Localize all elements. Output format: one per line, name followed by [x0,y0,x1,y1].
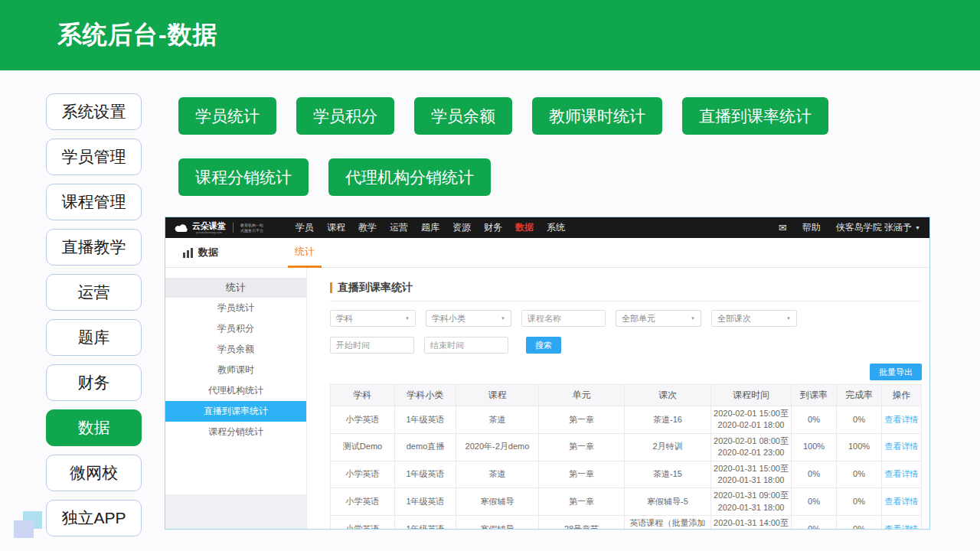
table-row: 小学英语 1年级英语 寒假辅导 第一章 寒假辅导-5 2020-01-31 09… [331,488,922,516]
cell-subject: 小学英语 [331,406,395,434]
cloud-logo-icon [175,223,188,233]
quick-button[interactable]: 学员统计 [178,97,276,135]
cell-course-time: 2020-02-01 15:00至2020-02-01 18:00 [711,406,792,434]
cell-unit: 第一章 [539,461,625,488]
tagline-line-2: 式服务云平台 [240,228,263,233]
cell-course: 寒假辅导 [456,488,539,516]
export-row: 批量导出 [330,364,922,380]
table-header-cell: 到课率 [792,385,837,406]
quick-button[interactable]: 代理机构分销统计 [328,158,491,196]
admin-nav-item[interactable]: 课程 [327,221,345,234]
lesson-select[interactable]: 全部课次 ▼ [711,310,797,327]
quick-buttons-row-1: 学员统计 学员积分 学员余额 教师课时统计 直播到课率统计 [178,97,828,135]
table-body: 小学英语 1年级英语 茶道 第一章 茶道-16 2020-02-01 15:00… [331,406,922,530]
batch-export-button[interactable]: 批量导出 [870,364,922,380]
admin-topbar-right: ✉ 帮助 侠客岛学院 张涵予 ▼ [779,221,920,234]
quick-button[interactable]: 直播到课率统计 [682,97,828,135]
cell-completion-rate: 0% [837,488,882,516]
cell-course: 寒假辅导 [456,516,539,530]
content-title-text: 直播到课率统计 [338,281,413,295]
sidebar-item[interactable]: 数据 [46,409,142,446]
admin-nav-item[interactable]: 数据 [515,221,534,234]
unit-select-value: 全部单元 [622,313,655,324]
view-details-link[interactable]: 查看详情 [882,433,922,461]
table-header-cell: 操作 [882,385,922,406]
cell-unit: 第一章 [539,433,625,461]
course-name-input[interactable] [521,310,606,327]
cell-lesson: 2月特训 [625,433,711,461]
admin-nav-item[interactable]: 题库 [421,221,439,234]
sidebar-item[interactable]: 独立APP [46,500,142,536]
sidenav-item[interactable]: 学员余额 [165,339,306,360]
sidebar-item[interactable]: 微网校 [46,455,142,491]
breadcrumb-label: 数据 [198,246,218,259]
logo-tagline: 教育机构一站式服务云平台 [240,223,263,233]
decoration-square-purple [14,520,34,538]
table-row: 小学英语 1年级英语 茶道 第一章 茶道-16 2020-02-01 15:00… [331,406,922,434]
view-details-link[interactable]: 查看详情 [882,406,922,434]
start-time-input[interactable] [330,337,414,354]
table-header-cell: 完成率 [837,385,882,406]
page-title: 系统后台-数据 [57,18,218,52]
admin-nav-item[interactable]: 财务 [484,221,502,234]
sidebar-item[interactable]: 课程管理 [46,184,142,220]
chevron-down-icon: ▼ [501,316,505,321]
cell-attendance-rate: 100% [792,433,837,461]
quick-button[interactable]: 课程分销统计 [178,158,309,196]
cell-course-time: 2020-01-31 09:00至2020-01-31 18:00 [711,488,792,516]
table-header-cell: 课程 [456,385,539,406]
sidenav-item[interactable]: 直播到课率统计 [165,401,306,422]
admin-nav-item[interactable]: 学员 [296,221,314,234]
table-header-cell: 单元 [539,385,625,406]
mail-icon[interactable]: ✉ [779,222,787,233]
chevron-down-icon: ▼ [691,316,695,321]
table-header-cell: 课次 [625,385,711,406]
cell-category: 1年级英语 [395,488,456,516]
sidenav-items: 学员统计 学员积分 学员余额 教师课时 代理机构统计 直播到课率统计 课程分销统… [165,298,306,442]
quick-button[interactable]: 学员余额 [414,97,512,135]
admin-nav-item[interactable]: 系统 [547,221,565,234]
sidebar-item[interactable]: 财务 [46,364,142,401]
subject-select[interactable]: 学科 ▼ [330,310,416,327]
admin-sidenav: 统计 学员统计 学员积分 学员余额 教师课时 代理机构统计 直播到课率统计 课程… [165,268,307,529]
search-button[interactable]: 搜索 [526,337,561,354]
sidebar: 系统设置 学员管理 课程管理 直播教学 运营 题库 财务 数据 微网校 独立AP… [46,93,142,536]
table-header-cell: 学科 [331,385,395,406]
admin-subbar: 数据 统计 [165,238,929,268]
help-link[interactable]: 帮助 [802,221,821,234]
cell-course: 茶道 [456,461,539,488]
admin-nav-item[interactable]: 资源 [452,221,471,234]
sidebar-item[interactable]: 运营 [46,274,142,311]
cell-unit: 28号章节 [539,516,625,530]
sidenav-item[interactable]: 教师课时 [165,360,306,380]
quick-button[interactable]: 学员积分 [296,97,394,135]
view-details-link[interactable]: 查看详情 [882,488,922,516]
cell-subject: 测试Demo [331,433,395,461]
tab-statistics[interactable]: 统计 [288,238,322,268]
admin-nav-item[interactable]: 教学 [358,221,377,234]
unit-select[interactable]: 全部单元 ▼ [616,310,701,327]
admin-nav-item[interactable]: 运营 [390,221,408,234]
quick-button[interactable]: 教师课时统计 [532,97,662,135]
sidebar-item[interactable]: 题库 [46,319,142,356]
table-row: 测试Demo demo直播 2020年-2月demo 第一章 2月特训 2020… [331,433,922,461]
logo-divider [233,223,234,233]
subject-subcategory-select-value: 学科小类 [432,313,466,324]
cell-course-time: 2020-01-31 15:00至2020-01-31 18:00 [711,461,792,488]
sidenav-item[interactable]: 学员积分 [165,318,306,339]
sidebar-item[interactable]: 学员管理 [46,139,142,175]
view-details-link[interactable]: 查看详情 [882,461,922,488]
sidebar-item[interactable]: 直播教学 [46,229,142,266]
admin-top-nav: 学员 课程 教学 运营 题库 资源 财务 数据 系统 [296,221,565,234]
table-row: 小学英语 1年级英语 寒假辅导 28号章节 英语课程（批量添加课次）-3 202… [331,516,922,530]
sidenav-item[interactable]: 代理机构统计 [165,380,306,401]
subject-subcategory-select[interactable]: 学科小类 ▼ [426,310,511,327]
end-time-input[interactable] [424,337,508,354]
account-menu[interactable]: 侠客岛学院 张涵予 ▼ [836,221,920,234]
sidenav-item[interactable]: 学员统计 [165,298,306,318]
view-details-link[interactable]: 查看详情 [882,516,922,530]
cell-subject: 小学英语 [331,488,395,516]
sidebar-item[interactable]: 系统设置 [46,93,142,130]
sidenav-item[interactable]: 课程分销统计 [165,422,306,442]
logo: 云朵课堂 yunduoketang.com 教育机构一站式服务云平台 [175,222,263,234]
